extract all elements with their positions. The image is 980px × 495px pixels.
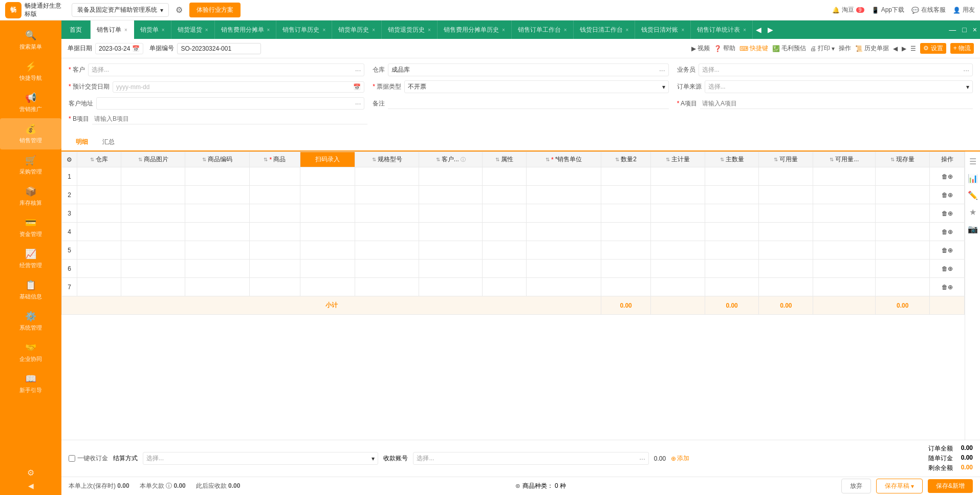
doc-no-input[interactable] (177, 43, 261, 54)
tab-close-order-stats[interactable]: × (743, 27, 746, 33)
tab-close-goods-history[interactable]: × (372, 27, 375, 33)
tab-detail[interactable]: 明细 (69, 134, 95, 152)
col-spec[interactable]: ⇅规格型号 (355, 152, 419, 167)
addr-dots-button[interactable]: ··· (355, 99, 361, 107)
delete-row-icon[interactable]: 🗑 (942, 247, 948, 254)
sidebar-item-guide[interactable]: 📖 新手引导 (0, 368, 61, 399)
tab-return-history[interactable]: 销货退货历史 × (382, 20, 438, 39)
tab-close-fee-history[interactable]: × (502, 27, 505, 33)
copy-row-icon[interactable]: ⊕ (948, 247, 953, 254)
tab-order-history[interactable]: 销售订单历史 × (276, 20, 332, 39)
help-button[interactable]: ❓ 帮助 (714, 44, 735, 53)
col-scan[interactable]: 扫码录入 (300, 152, 355, 167)
tab-fee-split[interactable]: 销售费用分摊单 × (215, 20, 277, 39)
sidebar-item-search[interactable]: 🔍 搜索菜单 (0, 25, 61, 56)
delete-row-icon[interactable]: 🗑 (942, 210, 948, 217)
copy-row-icon[interactable]: ⊕ (948, 265, 953, 272)
tab-sales-goods[interactable]: 销货单 × (134, 20, 171, 39)
customer-dots-button[interactable]: ··· (355, 66, 361, 74)
delivery-date-input[interactable]: yyyy-mm-dd 📅 (113, 81, 364, 93)
customer-addr-input[interactable]: ··· (96, 97, 364, 110)
industry-button[interactable]: 体验行业方案 (189, 3, 241, 17)
tab-close-sales-goods[interactable]: × (162, 27, 165, 33)
delete-row-icon[interactable]: 🗑 (942, 284, 948, 291)
profit-button[interactable]: 💹 毛利预估 (772, 44, 806, 53)
history-button[interactable]: 📜 历史单据 (855, 44, 889, 53)
col-settings[interactable]: ⚙ (62, 152, 77, 167)
col-stock[interactable]: ⇅现存量 (876, 152, 930, 167)
col-qty2[interactable]: ⇅数量2 (601, 152, 651, 167)
tab-daily-workbench[interactable]: 钱货日清工作台 × (574, 20, 636, 39)
salesman-dots-button[interactable]: ··· (963, 66, 969, 74)
shortcut-button[interactable]: ⌨ 快捷键 (739, 44, 768, 53)
tab-close-daily-account[interactable]: × (681, 27, 684, 33)
sidebar-item-inventory[interactable]: 📦 库存核算 (0, 181, 61, 212)
settings-bottom-icon[interactable]: ⚙ (27, 468, 34, 478)
right-icon-scan[interactable]: 📷 (968, 224, 978, 234)
delete-row-icon[interactable]: 🗑 (942, 228, 948, 235)
tab-daily-account[interactable]: 钱货日清对账 × (635, 20, 691, 39)
col-main-unit[interactable]: ⇅主计量 (651, 152, 705, 167)
right-icon-edit[interactable]: ✏️ (968, 190, 978, 200)
sidebar-item-system[interactable]: ⚙️ 系统管理 (0, 306, 61, 337)
col-attributes[interactable]: ⇅属性 (483, 152, 527, 167)
col-code[interactable]: ⇅商品编码 (185, 152, 250, 167)
delete-row-icon[interactable]: 🗑 (942, 265, 948, 272)
add-goods-button[interactable]: + 物流 (950, 43, 974, 54)
col-available[interactable]: ⇅可用量 (759, 152, 813, 167)
settings-button[interactable]: ⚙ 设置 (920, 43, 946, 54)
b-project-input[interactable] (92, 114, 367, 124)
tab-nav-next[interactable]: ▶ (765, 20, 776, 39)
add-button[interactable]: ⊕ 添加 (671, 454, 689, 463)
col-product[interactable]: ⇅*商品 (249, 152, 300, 167)
col-main-qty[interactable]: ⇅主数量 (705, 152, 759, 167)
a-project-input[interactable] (700, 98, 973, 109)
sidebar-item-quick-nav[interactable]: ⚡ 快捷导航 (0, 56, 61, 87)
tab-order-stats[interactable]: 销售订单统计表 × (691, 20, 753, 39)
copy-row-icon[interactable]: ⊕ (948, 284, 953, 291)
nav-next-record[interactable]: ▶ (902, 45, 906, 52)
tab-minimize-button[interactable]: — (946, 26, 959, 34)
copy-row-icon[interactable]: ⊕ (948, 173, 953, 180)
invoice-type-select[interactable]: 不开票 ▾ (404, 80, 668, 93)
tab-close-sales-order[interactable]: × (124, 27, 127, 33)
sidebar-item-base-info[interactable]: 📋 基础信息 (0, 274, 61, 306)
tab-nav-prev[interactable]: ◀ (753, 20, 765, 39)
system-selector[interactable]: 装备及固定资产辅助管理系统 ▾ (72, 3, 169, 17)
tab-goods-history[interactable]: 销货单历史 × (332, 20, 382, 39)
salesman-input[interactable]: 选择... ··· (699, 63, 973, 76)
tab-summary[interactable]: 汇总 (95, 134, 122, 150)
warehouse-input[interactable]: 成品库 ··· (388, 63, 668, 76)
order-source-select[interactable]: 选择... ▾ (705, 80, 973, 93)
delete-row-icon[interactable]: 🗑 (942, 173, 948, 180)
tab-sales-order[interactable]: 销售订单 × (91, 20, 134, 39)
discard-button[interactable]: 放弃 (841, 479, 871, 493)
support-button[interactable]: 💬 在线客服 (911, 6, 946, 14)
nav-prev-record[interactable]: ◀ (893, 45, 898, 52)
tab-close-return-history[interactable]: × (428, 27, 431, 33)
account-input[interactable]: 选择... ··· (413, 452, 648, 465)
tab-close-return[interactable]: × (205, 27, 208, 33)
sidebar-item-operations[interactable]: 📈 经营管理 (0, 243, 61, 274)
customer-input[interactable]: 选择... ··· (88, 63, 364, 76)
app-download-button[interactable]: 📱 App下载 (872, 6, 904, 14)
save-draft-button[interactable]: 保存草稿 ▾ (876, 479, 923, 493)
sidebar-item-marketing[interactable]: 📢 营销推广 (0, 87, 61, 118)
one-click-checkbox[interactable]: 一键收订金 (69, 454, 108, 463)
right-icon-list[interactable]: ☰ (969, 157, 976, 166)
tab-close-order-history[interactable]: × (322, 27, 325, 33)
col-image[interactable]: ⇅商品图片 (121, 152, 185, 167)
tab-close-order-workbench[interactable]: × (564, 27, 567, 33)
notes-input[interactable] (388, 98, 668, 109)
notification-button[interactable]: 🔔 淘豆 9 (832, 6, 864, 14)
tab-return[interactable]: 销货退货 × (171, 20, 215, 39)
view-toggle-list[interactable]: ☰ (910, 45, 916, 52)
warehouse-dots-button[interactable]: ··· (659, 66, 665, 74)
tab-order-workbench[interactable]: 销售订单工作台 × (512, 20, 574, 39)
col-unit[interactable]: ⇅**销售单位 (527, 152, 601, 167)
view-video-button[interactable]: ▶ 视频 (691, 44, 710, 53)
tab-restore-button[interactable]: □ (959, 26, 969, 34)
right-icon-table[interactable]: 📊 (968, 174, 978, 183)
col-warehouse[interactable]: ⇅仓库 (77, 152, 121, 167)
sidebar-item-cooperation[interactable]: 🤝 企业协同 (0, 337, 61, 368)
